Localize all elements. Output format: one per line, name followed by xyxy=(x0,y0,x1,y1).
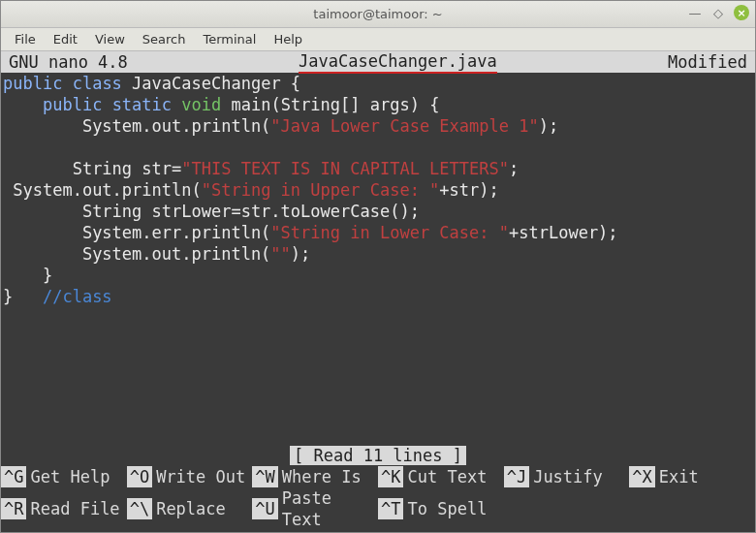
nano-shortcut-to-spell[interactable]: ^TTo Spell xyxy=(378,487,504,530)
nano-shortcut-read-file[interactable]: ^RRead File xyxy=(1,487,127,530)
code-token: JavaCaseChanger { xyxy=(132,74,300,93)
nano-shortcut-replace[interactable]: ^\Replace xyxy=(127,487,253,530)
code-token: System.out.println( xyxy=(82,244,270,264)
code-token: ; xyxy=(509,159,519,178)
maximize-button[interactable]: ◇ xyxy=(710,5,726,20)
code-token: public xyxy=(3,74,62,93)
code-token: public xyxy=(43,95,102,114)
code-pad xyxy=(3,95,43,114)
code-token: main(String[] args) { xyxy=(221,95,439,114)
code-token: ); xyxy=(291,244,310,264)
nano-filename: JavaCaseChanger.java xyxy=(299,50,497,74)
code-token: String str= xyxy=(73,159,182,178)
nano-help: ^GGet Help ^OWrite Out ^WWhere Is ^KCut … xyxy=(1,466,755,532)
code-token: class xyxy=(73,74,122,93)
code-token: System.out.println( xyxy=(13,180,201,200)
code-token: System.out.println( xyxy=(82,116,270,136)
nano-shortcut-write-out[interactable]: ^OWrite Out xyxy=(127,466,253,487)
nano-header: GNU nano 4.8 JavaCaseChanger.java Modifi… xyxy=(1,51,755,73)
nano-shortcut-cut-text[interactable]: ^KCut Text xyxy=(378,466,504,487)
code-pad xyxy=(3,244,82,264)
menu-terminal[interactable]: Terminal xyxy=(195,30,264,48)
menu-edit[interactable]: Edit xyxy=(46,30,85,48)
code-token: System.err.println( xyxy=(82,223,270,242)
code-token: String strLower=str.toLowerCase(); xyxy=(82,202,420,221)
nano-modified: Modified xyxy=(668,51,747,73)
nano-shortcut-where-is[interactable]: ^WWhere Is xyxy=(252,466,378,487)
code-string: "THIS TEXT IS IN CAPITAL LETTERS" xyxy=(181,159,509,178)
code-pad xyxy=(3,159,73,178)
code-token: void xyxy=(181,95,221,114)
nano-status-text: [ Read 11 lines ] xyxy=(290,446,466,465)
code-token: static xyxy=(112,95,172,114)
menu-file[interactable]: File xyxy=(7,30,44,48)
menu-help[interactable]: Help xyxy=(266,30,310,48)
terminal-area[interactable]: GNU nano 4.8 JavaCaseChanger.java Modifi… xyxy=(1,51,755,532)
minimize-button[interactable]: — xyxy=(687,5,703,20)
code-string: "" xyxy=(270,244,290,264)
code-string: "String in Upper Case: " xyxy=(202,180,440,200)
nano-app-name: GNU nano 4.8 xyxy=(9,51,128,73)
menu-view[interactable]: View xyxy=(87,30,133,48)
window-title: taimoor@taimoor: ~ xyxy=(313,7,442,21)
code-token: } xyxy=(3,287,43,306)
menu-search[interactable]: Search xyxy=(135,30,194,48)
nano-shortcut-exit[interactable]: ^XExit xyxy=(629,466,755,487)
window-controls: — ◇ × xyxy=(687,5,749,20)
code-token: +str); xyxy=(439,180,498,200)
code-pad xyxy=(3,266,43,285)
close-button[interactable]: × xyxy=(734,5,749,20)
window-titlebar: taimoor@taimoor: ~ — ◇ × xyxy=(1,1,755,28)
code-token: } xyxy=(43,266,52,285)
code-string: "String in Lower Case: " xyxy=(270,223,509,242)
code-pad xyxy=(3,180,13,200)
nano-shortcut-paste-text[interactable]: ^UPaste Text xyxy=(252,487,378,530)
code-pad xyxy=(3,116,82,136)
code-area[interactable]: public class JavaCaseChanger { public st… xyxy=(1,73,755,445)
nano-shortcut-justify[interactable]: ^JJustify xyxy=(504,466,630,487)
code-token: +strLower); xyxy=(509,223,618,242)
code-token: ); xyxy=(539,116,558,136)
code-string: "Java Lower Case Example 1" xyxy=(270,116,538,136)
code-comment: //class xyxy=(43,287,112,306)
code-pad xyxy=(3,223,82,242)
nano-shortcut-get-help[interactable]: ^GGet Help xyxy=(1,466,127,487)
menubar: File Edit View Search Terminal Help xyxy=(1,28,755,51)
nano-status: [ Read 11 lines ] xyxy=(1,445,755,466)
code-pad xyxy=(3,202,82,221)
